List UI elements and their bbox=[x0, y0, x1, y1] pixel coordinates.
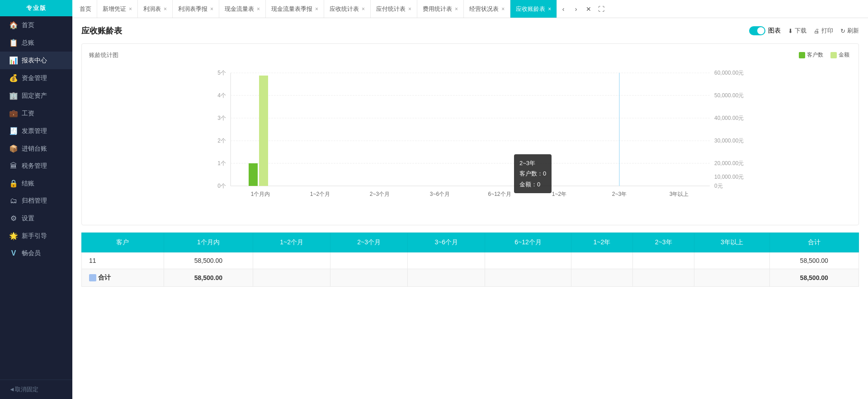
toggle-track[interactable] bbox=[749, 26, 765, 35]
tab-ar-aging[interactable]: 应收账龄表 × bbox=[510, 0, 557, 18]
sidebar-item-archive[interactable]: 🗂 归档管理 bbox=[0, 192, 72, 209]
chart-svg: 5个 4个 3个 2个 1个 0个 60,000.00元 50,000.00元 … bbox=[89, 64, 851, 209]
tab-fullscreen-button[interactable]: ⛶ bbox=[595, 0, 608, 18]
assets-icon: 🏢 bbox=[9, 91, 18, 100]
svg-text:4个: 4个 bbox=[217, 92, 226, 99]
sidebar-item-tax[interactable]: 🏛 税务管理 bbox=[0, 157, 72, 175]
sidebar-item-close[interactable]: 🔒 结账 bbox=[0, 175, 72, 192]
tab-voucher-close[interactable]: × bbox=[129, 6, 132, 12]
sidebar-item-invoice[interactable]: 🧾 发票管理 bbox=[0, 122, 72, 140]
sidebar-item-vip[interactable]: V 畅会员 bbox=[0, 245, 72, 262]
sidebar-item-assets[interactable]: 🏢 固定资产 bbox=[0, 87, 72, 104]
tab-cashflow-quarter-close[interactable]: × bbox=[315, 6, 318, 12]
legend-amount-dot bbox=[830, 52, 837, 58]
tab-profit-quarter[interactable]: 利润表季报 × bbox=[173, 0, 219, 18]
tab-expense-stats-close[interactable]: × bbox=[455, 6, 458, 12]
col-year2-3: 2~3年 bbox=[633, 233, 694, 252]
sidebar: 专业版 🏠 首页 📋 总账 📊 报表中心 💰 资金管理 🏢 固定资产 💼 工资 … bbox=[0, 0, 72, 399]
svg-text:0元: 0元 bbox=[714, 183, 723, 189]
download-label: 下载 bbox=[795, 27, 807, 35]
svg-text:5个: 5个 bbox=[217, 70, 226, 76]
total-total: 58,500.00 bbox=[769, 269, 859, 287]
total-month1: 58,500.00 bbox=[164, 269, 253, 287]
funds-icon: 💰 bbox=[9, 74, 18, 82]
tab-profit-label: 利润表 bbox=[143, 5, 161, 13]
sidebar-item-salary[interactable]: 💼 工资 bbox=[0, 104, 72, 122]
sidebar-item-settings[interactable]: ⚙ 设置 bbox=[0, 209, 72, 227]
sidebar-label-purchase-sale: 进销台账 bbox=[22, 145, 47, 153]
chart-toggle[interactable]: 图表 bbox=[749, 26, 781, 35]
archive-icon: 🗂 bbox=[9, 197, 18, 205]
sidebar-label-ledger: 总账 bbox=[22, 39, 34, 47]
col-customer: 客户 bbox=[82, 233, 164, 252]
tab-expense-stats[interactable]: 费用统计表 × bbox=[417, 0, 464, 18]
col-year3plus: 3年以上 bbox=[694, 233, 769, 252]
tab-operation-stats-close[interactable]: × bbox=[501, 6, 505, 12]
cell-year2-3 bbox=[633, 252, 694, 269]
total-month2-3 bbox=[330, 269, 408, 287]
tab-ar-stats-close[interactable]: × bbox=[362, 6, 365, 12]
total-label-text: 合计 bbox=[98, 274, 111, 282]
sidebar-item-reports[interactable]: 📊 报表中心 bbox=[0, 52, 72, 69]
col-total: 合计 bbox=[769, 233, 859, 252]
tab-cashflow[interactable]: 现金流量表 × bbox=[219, 0, 266, 18]
tab-profit-quarter-close[interactable]: × bbox=[210, 6, 213, 12]
legend-customer-label: 客户数 bbox=[807, 51, 823, 59]
tab-prev-button[interactable]: ‹ bbox=[557, 0, 570, 18]
sidebar-item-guide[interactable]: 🌟 新手引导 bbox=[0, 227, 72, 245]
page-header: 应收账龄表 图表 ⬇ 下载 🖨 打印 bbox=[81, 25, 859, 36]
bar-amount-1 bbox=[259, 76, 268, 186]
total-label-cell: 合计 bbox=[82, 269, 164, 287]
cell-total: 58,500.00 bbox=[769, 252, 859, 269]
tab-ap-stats[interactable]: 应付统计表 × bbox=[371, 0, 417, 18]
sidebar-label-close: 结账 bbox=[22, 180, 34, 188]
sidebar-item-purchase-sale[interactable]: 📦 进销台账 bbox=[0, 140, 72, 157]
salary-icon: 💼 bbox=[9, 109, 18, 118]
page-title: 应收账龄表 bbox=[81, 25, 122, 36]
bar-count-1 bbox=[249, 163, 258, 186]
print-button[interactable]: 🖨 打印 bbox=[814, 27, 833, 35]
svg-text:1个: 1个 bbox=[217, 160, 226, 166]
tab-home[interactable]: 首页 bbox=[74, 0, 97, 18]
tab-next-button[interactable]: › bbox=[570, 0, 582, 18]
sidebar-label-home: 首页 bbox=[22, 21, 34, 29]
table-header-row: 客户 1个月内 1~2个月 2~3个月 3~6个月 6~12个月 1~2年 2~… bbox=[82, 233, 859, 252]
tab-home-label: 首页 bbox=[80, 5, 91, 13]
tab-voucher-label: 新增凭证 bbox=[103, 5, 126, 13]
sidebar-label-tax: 税务管理 bbox=[22, 162, 47, 170]
sidebar-item-home[interactable]: 🏠 首页 bbox=[0, 16, 72, 34]
sidebar-item-ledger[interactable]: 📋 总账 bbox=[0, 34, 72, 52]
svg-text:2~3个月: 2~3个月 bbox=[370, 191, 390, 197]
unpin-button[interactable]: ◄取消固定 bbox=[0, 380, 72, 399]
chart-title: 账龄统计图 bbox=[89, 51, 851, 59]
tab-ap-stats-close[interactable]: × bbox=[408, 6, 411, 12]
col-month2-3: 2~3个月 bbox=[330, 233, 408, 252]
total-year2-3 bbox=[633, 269, 694, 287]
tab-ar-aging-close[interactable]: × bbox=[548, 6, 551, 12]
chart-area: 账龄统计图 客户数 金额 bbox=[81, 43, 859, 225]
tab-cashflow-close[interactable]: × bbox=[257, 6, 260, 12]
tab-cashflow-quarter-label: 现金流量表季报 bbox=[271, 5, 312, 13]
refresh-button[interactable]: ↻ 刷新 bbox=[840, 27, 859, 35]
vip-icon: V bbox=[9, 249, 18, 257]
download-button[interactable]: ⬇ 下载 bbox=[788, 27, 807, 35]
tab-voucher[interactable]: 新增凭证 × bbox=[97, 0, 138, 18]
cell-year1-2 bbox=[571, 252, 632, 269]
tab-cashflow-quarter[interactable]: 现金流量表季报 × bbox=[266, 0, 324, 18]
tab-profit-quarter-label: 利润表季报 bbox=[178, 5, 208, 13]
tab-ar-stats[interactable]: 应收统计表 × bbox=[324, 0, 371, 18]
tab-profit[interactable]: 利润表 × bbox=[138, 0, 173, 18]
cell-month1: 58,500.00 bbox=[164, 252, 253, 269]
tab-operation-stats[interactable]: 经营状况表 × bbox=[464, 0, 510, 18]
settings-icon: ⚙ bbox=[9, 214, 18, 223]
tab-profit-close[interactable]: × bbox=[164, 6, 167, 12]
svg-text:60,000.00元: 60,000.00元 bbox=[714, 70, 744, 76]
sidebar-label-assets: 固定资产 bbox=[22, 92, 47, 100]
svg-text:50,000.00元: 50,000.00元 bbox=[714, 92, 744, 99]
col-month6-12: 6~12个月 bbox=[485, 233, 571, 252]
purchase-sale-icon: 📦 bbox=[9, 144, 18, 153]
sidebar-item-funds[interactable]: 💰 资金管理 bbox=[0, 69, 72, 87]
sidebar-label-reports: 报表中心 bbox=[22, 57, 47, 65]
tab-close-all-button[interactable]: ✕ bbox=[582, 0, 595, 18]
svg-text:2个: 2个 bbox=[217, 138, 226, 144]
